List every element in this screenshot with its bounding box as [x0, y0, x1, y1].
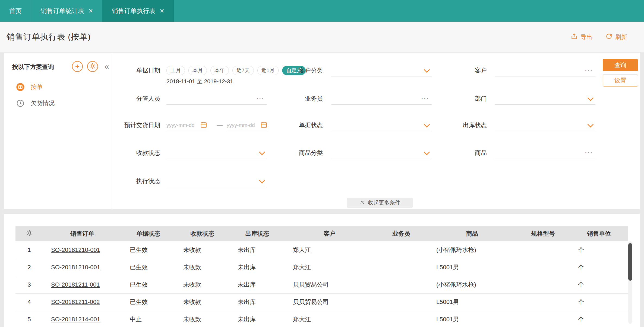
product-category-select[interactable] [331, 147, 432, 159]
salesman-cell [374, 241, 428, 259]
salesman-cell [374, 311, 428, 327]
column-header-order[interactable]: 销售订单 [43, 226, 122, 241]
doc-status-cell: 已生效 [122, 293, 175, 311]
column-header-payment-status[interactable]: 收款状态 [175, 226, 230, 241]
row-number: 1 [15, 241, 43, 259]
table-scrollbar-thumb[interactable] [628, 243, 632, 281]
collapse-filters-label: 收起更多条件 [368, 199, 400, 206]
sidebar-heading: 按以下方案查询 [12, 63, 54, 71]
page-title: 销售订单执行表 (按单) [7, 31, 91, 43]
product-picker[interactable]: ⋯ [495, 147, 595, 159]
settings-button[interactable]: 设置 [603, 75, 638, 86]
tab-sales-order-exec[interactable]: 销售订单执行表 × [102, 0, 173, 22]
spec-cell [516, 311, 570, 327]
ellipsis-icon: ⋯ [585, 65, 593, 75]
tab-bar: 首页 销售订单统计表 × 销售订单执行表 × [0, 0, 644, 22]
doc-status-label: 单据状态 [260, 119, 323, 131]
unit-cell: 个 [570, 276, 628, 293]
customer-category-select[interactable] [331, 65, 432, 76]
doc-date-range-value: 2018-11-01 至 2019-12-31 [166, 78, 233, 85]
export-label: 导出 [580, 33, 592, 41]
payment-status-cell: 未收款 [175, 241, 230, 259]
quick-range-last-month[interactable]: 上月 [166, 66, 185, 75]
row-number: 3 [15, 276, 43, 293]
department-label: 部门 [424, 93, 487, 105]
product-cell: (小猪佩琦水枪) [428, 276, 516, 293]
sidebar-item-by-order[interactable]: 按单 [16, 81, 43, 93]
delivery-date-end-input[interactable] [227, 122, 258, 128]
close-icon[interactable]: × [160, 7, 164, 15]
tab-home-label: 首页 [9, 7, 22, 15]
close-icon[interactable]: × [89, 7, 93, 15]
scheme-settings-button[interactable] [87, 61, 98, 72]
add-scheme-button[interactable]: + [72, 61, 83, 72]
doc-status-cell: 已生效 [122, 276, 175, 293]
manager-label: 分管人员 [98, 93, 160, 105]
quick-range-this-year[interactable]: 本年 [210, 66, 229, 75]
table-row: 4 SO-20181211-002 已生效 未收款 未出库 贝贝贸易公司 L50… [15, 293, 628, 311]
unit-cell: 个 [570, 311, 628, 327]
outbound-status-select[interactable] [495, 119, 595, 131]
filter-panel: 按以下方案查询 + « 按单 欠货情 [4, 53, 640, 209]
order-link[interactable]: SO-20181214-001 [51, 316, 100, 323]
row-number: 5 [15, 311, 43, 327]
order-link[interactable]: SO-20181211-001 [51, 281, 100, 288]
order-link[interactable]: SO-20181211-002 [51, 299, 100, 305]
orders-table: 销售订单 单据状态 收款状态 出库状态 客户 业务员 商品 规格型号 销售单位 … [15, 226, 628, 327]
column-header-spec[interactable]: 规格型号 [516, 226, 570, 241]
refresh-button[interactable]: 刷新 [605, 33, 627, 41]
page: 首页 销售订单统计表 × 销售订单执行表 × 销售订单执行表 (按单) 导出 [0, 0, 644, 327]
quick-range-last-7-days[interactable]: 近7天 [232, 66, 254, 75]
refresh-label: 刷新 [615, 33, 627, 41]
collapse-filters-button[interactable]: 收起更多条件 [347, 198, 413, 208]
payment-status-cell: 未收款 [175, 259, 230, 276]
delivery-date-label: 预计交货日期 [98, 119, 160, 131]
manager-picker[interactable]: ⋯ [166, 93, 267, 105]
calendar-icon[interactable] [200, 121, 207, 129]
quick-range-this-month[interactable]: 本月 [188, 66, 207, 75]
customer-cell: 贝贝贸易公司 [285, 293, 374, 311]
order-link[interactable]: SO-20181210-001 [51, 264, 100, 271]
plus-icon: + [75, 63, 80, 70]
doc-status-cell: 已生效 [122, 259, 175, 276]
spec-cell [516, 293, 570, 311]
table-header-row: 销售订单 单据状态 收款状态 出库状态 客户 业务员 商品 规格型号 销售单位 [15, 226, 628, 241]
tab-exec-label: 销售订单执行表 [112, 7, 155, 15]
table-row: 1 SO-20181210-001 已生效 未收款 未出库 郑大江 (小猪佩琦水… [15, 241, 628, 259]
order-link[interactable]: SO-20181210-001 [51, 246, 100, 253]
column-header-doc-status[interactable]: 单据状态 [122, 226, 175, 241]
table-row: 5 SO-20181214-001 中止 未收款 未出库 郑大江 L5001男 … [15, 311, 628, 327]
salesman-cell [374, 259, 428, 276]
gear-icon [26, 231, 33, 238]
column-header-customer[interactable]: 客户 [285, 226, 374, 241]
search-button[interactable]: 查询 [603, 59, 638, 71]
salesman-picker[interactable]: ⋯ [331, 93, 432, 105]
outbound-status-cell: 未出库 [230, 241, 285, 259]
customer-cell: 郑大江 [285, 311, 374, 327]
column-header-salesman[interactable]: 业务员 [374, 226, 428, 241]
doc-status-select[interactable] [331, 119, 432, 131]
delivery-date-start-input[interactable] [166, 122, 198, 128]
tab-home[interactable]: 首页 [0, 0, 31, 22]
column-settings-button[interactable] [15, 226, 43, 241]
sidebar-item-label: 按单 [31, 83, 43, 91]
sidebar-item-backorder[interactable]: 欠货情况 [16, 97, 55, 109]
execution-status-select[interactable] [166, 175, 267, 187]
column-header-outbound-status[interactable]: 出库状态 [230, 226, 285, 241]
column-header-unit[interactable]: 销售单位 [570, 226, 628, 241]
row-number: 4 [15, 293, 43, 311]
outbound-status-cell: 未出库 [230, 276, 285, 293]
outbound-status-cell: 未出库 [230, 259, 285, 276]
delivery-date-start-field[interactable] [166, 119, 208, 131]
doc-status-cell: 中止 [122, 311, 175, 327]
export-button[interactable]: 导出 [571, 33, 592, 41]
column-header-product[interactable]: 商品 [428, 226, 516, 241]
salesman-cell [374, 293, 428, 311]
salesman-label: 业务员 [260, 93, 323, 105]
salesman-cell [374, 276, 428, 293]
payment-status-select[interactable] [166, 147, 267, 159]
tab-sales-order-stats[interactable]: 销售订单统计表 × [31, 0, 102, 22]
package-icon [16, 83, 25, 91]
department-select[interactable] [495, 93, 595, 105]
customer-picker[interactable]: ⋯ [495, 65, 595, 76]
